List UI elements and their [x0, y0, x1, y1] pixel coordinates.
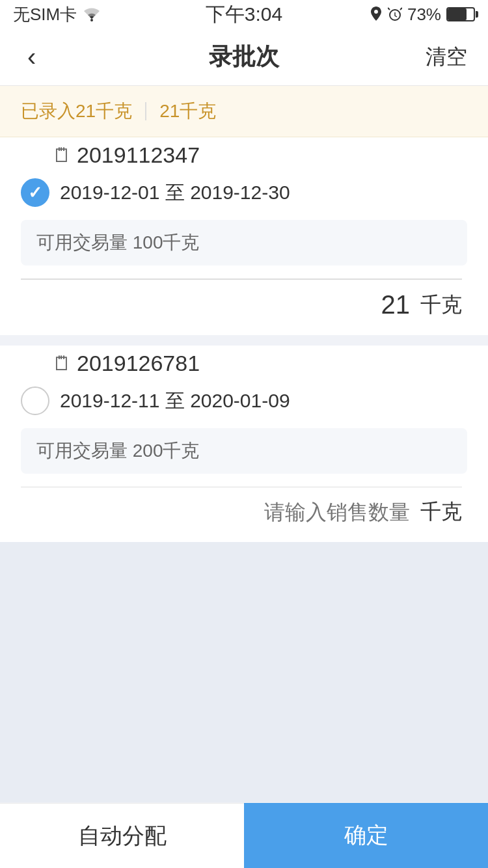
batch1-id: 2019112347 — [77, 142, 200, 168]
recorded-amount: 已录入21千克 — [21, 99, 132, 124]
doc-icon-2: 🗒 — [52, 353, 72, 375]
batch2-available: 可用交易量 200千克 — [21, 428, 467, 474]
total-amount: 21千克 — [159, 99, 216, 124]
batch2-qty-input[interactable] — [21, 500, 410, 524]
svg-point-0 — [90, 19, 93, 21]
banner-divider — [145, 102, 146, 120]
battery-percent: 73% — [407, 5, 441, 25]
status-bar-left: 无SIM卡 — [13, 3, 102, 26]
batch1-date: 2019-12-01 至 2019-12-30 — [60, 180, 290, 206]
batch1-amount-row: 21 千克 — [0, 280, 488, 335]
batch2-date: 2019-12-11 至 2020-01-09 — [60, 388, 290, 414]
back-button[interactable]: ‹ — [21, 36, 42, 78]
bottom-bar: 自动分配 确定 — [0, 803, 488, 868]
batch2-unit: 千克 — [420, 498, 462, 526]
sim-text: 无SIM卡 — [13, 3, 77, 26]
alarm-icon — [388, 7, 402, 22]
batch-item-2: 🗒 2019126781 2019-12-11 至 2020-01-09 可用交… — [0, 346, 488, 542]
batch2-id: 2019126781 — [77, 351, 200, 376]
wifi-icon — [82, 7, 102, 21]
gray-area — [0, 542, 488, 802]
battery-icon — [446, 7, 475, 21]
batch1-radio[interactable] — [21, 178, 49, 207]
batch-item-1: 🗒 2019112347 2019-12-01 至 2019-12-30 可用交… — [0, 137, 488, 335]
batch1-available: 可用交易量 100千克 — [21, 220, 467, 265]
status-bar-right: 73% — [370, 5, 475, 25]
batch1-date-row[interactable]: 2019-12-01 至 2019-12-30 — [0, 173, 488, 212]
batch1-amount-unit: 千克 — [420, 291, 462, 319]
clear-button[interactable]: 清空 — [426, 43, 467, 72]
batch1-id-row: 🗒 2019112347 — [0, 137, 488, 173]
status-bar-time: 下午3:04 — [206, 1, 282, 28]
info-banner: 已录入21千克 21千克 — [0, 86, 488, 137]
page-title: 录批次 — [209, 41, 279, 73]
batch1-amount-value: 21 — [381, 290, 411, 319]
batch2-id-row: 🗒 2019126781 — [0, 346, 488, 381]
location-icon — [370, 7, 383, 22]
auto-distribute-button[interactable]: 自动分配 — [0, 803, 244, 868]
confirm-button[interactable]: 确定 — [244, 803, 488, 868]
batch2-date-row[interactable]: 2019-12-11 至 2020-01-09 — [0, 381, 488, 420]
section-divider — [0, 335, 488, 346]
doc-icon-1: 🗒 — [52, 144, 72, 167]
batch2-radio[interactable] — [21, 387, 49, 415]
status-bar: 无SIM卡 下午3:04 73% — [0, 0, 488, 29]
batch2-input-row[interactable]: 千克 — [0, 487, 488, 542]
nav-bar: ‹ 录批次 清空 — [0, 29, 488, 86]
